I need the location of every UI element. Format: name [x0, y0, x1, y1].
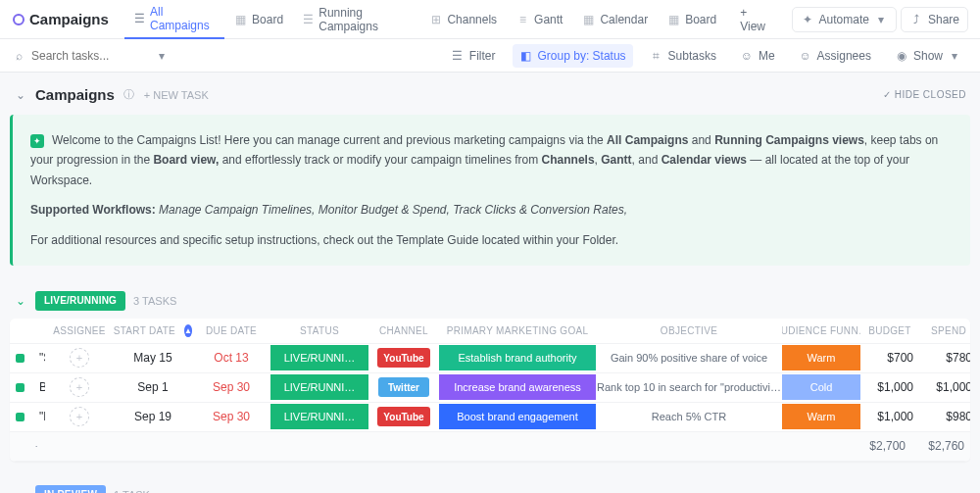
tab-icon: ☰: [303, 13, 314, 25]
subtasks-chip[interactable]: ⌗Subtasks: [643, 44, 723, 68]
task-row[interactable]: "Simple and Powerful" campaign+May 15Oct…: [10, 344, 970, 373]
group-icon: ◧: [519, 49, 533, 63]
task-title[interactable]: "Find joy" campaign ⚑ ⌗ 0/1: [33, 410, 45, 423]
goal-tag[interactable]: Boost brand engagement: [439, 404, 596, 429]
spend-cell[interactable]: $1,000: [919, 380, 970, 394]
budget-cell[interactable]: $1,000: [860, 410, 919, 423]
status-tag[interactable]: LIVE/RUNNI…: [270, 345, 368, 370]
chevron-down-icon: ▾: [948, 49, 961, 63]
spend-cell[interactable]: $780: [919, 351, 970, 365]
collapse-icon[interactable]: ⌄: [14, 88, 27, 102]
task-title[interactable]: Brand awareness campaign: [33, 380, 45, 394]
channel-badge[interactable]: Twitter: [378, 377, 429, 397]
status-tag[interactable]: LIVE/RUNNI…: [270, 404, 368, 429]
filter-chip[interactable]: ☰Filter: [444, 44, 503, 68]
funnel-tag[interactable]: Warm: [782, 404, 860, 429]
tab-board[interactable]: ▦Board: [658, 0, 726, 39]
funnel-tag[interactable]: Warm: [782, 345, 860, 370]
assignees-chip[interactable]: ☺Assignees: [792, 44, 878, 68]
show-chip[interactable]: ◉Show▾: [888, 44, 968, 68]
status-dot: [16, 413, 24, 421]
due-date[interactable]: Oct 13: [192, 351, 270, 365]
group-pill[interactable]: IN REVIEW: [35, 485, 106, 493]
budget-cell[interactable]: $700: [860, 351, 919, 365]
tab-icon: ≡: [516, 13, 529, 25]
start-date[interactable]: May 15: [114, 351, 192, 365]
filter-icon: ☰: [451, 49, 465, 63]
tab-running-campaigns[interactable]: ☰Running Campaigns: [293, 0, 419, 39]
tab-board[interactable]: ▦Board: [224, 0, 293, 39]
tab-calendar[interactable]: ▦Calendar: [572, 0, 658, 39]
search-input[interactable]: [31, 49, 149, 63]
group-count: 1 TASK: [114, 489, 150, 493]
col-start-date[interactable]: START DATE▲: [114, 324, 192, 337]
chevron-down-icon[interactable]: ▾: [155, 49, 169, 63]
goal-tag[interactable]: Establish brand authority: [439, 345, 596, 370]
col-budget[interactable]: BUDGET: [860, 325, 919, 336]
filter-bar: ⌕ ▾ ☰Filter ◧Group by: Status ⌗Subtasks …: [0, 39, 980, 73]
assignee-avatar[interactable]: +: [70, 377, 89, 397]
group-by-chip[interactable]: ◧Group by: Status: [513, 44, 633, 68]
people-icon: ☺: [799, 49, 812, 63]
funnel-tag[interactable]: Cold: [782, 374, 860, 400]
col-spend[interactable]: SPEND: [919, 325, 970, 336]
search-icon: ⌕: [12, 49, 25, 63]
tab-all-campaigns[interactable]: ☰All Campaigns: [124, 0, 224, 39]
col-due-date[interactable]: DUE DATE: [192, 325, 270, 336]
tab-icon: ▦: [234, 13, 247, 25]
col-status[interactable]: STATUS: [270, 325, 368, 336]
search-container: ⌕ ▾: [12, 49, 188, 63]
spend-sum: $2,760: [911, 439, 970, 453]
list-icon: [12, 13, 25, 26]
page-title: Campaigns: [29, 11, 109, 27]
sort-icon[interactable]: ▲: [184, 324, 192, 337]
info-icon[interactable]: ⓘ: [122, 88, 136, 102]
chevron-down-icon: ▾: [874, 13, 888, 26]
top-tab-bar: Campaigns ☰All Campaigns▦Board☰Running C…: [0, 0, 980, 39]
new-task-header[interactable]: + NEW TASK: [144, 89, 209, 101]
group-pill[interactable]: LIVE/RUNNING: [35, 291, 125, 311]
new-task-link[interactable]: + New task: [16, 434, 37, 458]
task-row[interactable]: Brand awareness campaign+Sep 1Sep 30LIVE…: [10, 373, 970, 403]
spend-cell[interactable]: $980: [919, 410, 970, 423]
start-date[interactable]: Sep 1: [114, 380, 192, 394]
col-assignee[interactable]: ASSIGNEE: [45, 325, 114, 336]
channel-badge[interactable]: YouTube: [377, 407, 429, 426]
tab-icon: ▦: [667, 13, 680, 25]
col-channel[interactable]: CHANNEL: [368, 325, 439, 336]
start-date[interactable]: Sep 19: [114, 410, 192, 423]
tab-channels[interactable]: ⊞Channels: [419, 0, 507, 39]
objective-cell[interactable]: Reach 5% CTR: [596, 411, 782, 422]
col-funnel[interactable]: AUDIENCE FUNN…: [782, 325, 860, 336]
svg-point-0: [14, 15, 24, 25]
automate-button[interactable]: ✦ Automate ▾: [792, 7, 897, 32]
assignee-avatar[interactable]: +: [70, 407, 89, 426]
task-row[interactable]: "Find joy" campaign ⚑ ⌗ 0/1+Sep 19Sep 30…: [10, 403, 970, 432]
budget-sum: $2,700: [853, 439, 911, 453]
add-view-tab[interactable]: + View: [730, 0, 783, 39]
col-objective[interactable]: OBJECTIVE: [596, 325, 782, 336]
eye-icon: ◉: [895, 49, 908, 63]
welcome-banner: ✦Welcome to the Campaigns List! Here you…: [10, 115, 970, 266]
channel-badge[interactable]: YouTube: [377, 348, 429, 368]
due-date[interactable]: Sep 30: [192, 380, 270, 394]
budget-cell[interactable]: $1,000: [860, 380, 919, 394]
collapse-icon[interactable]: ⌄: [14, 294, 27, 308]
tab-gantt[interactable]: ≡Gantt: [507, 0, 572, 39]
due-date[interactable]: Sep 30: [192, 410, 270, 423]
assignee-avatar[interactable]: +: [70, 348, 89, 368]
section-title: Campaigns: [35, 86, 115, 103]
objective-cell[interactable]: Rank top 10 in search for "productivi…: [596, 381, 782, 393]
col-goal[interactable]: PRIMARY MARKETING GOAL: [439, 325, 596, 336]
objective-cell[interactable]: Gain 90% positive share of voice: [596, 352, 782, 364]
subtasks-icon: ⌗: [650, 49, 663, 63]
task-title[interactable]: "Simple and Powerful" campaign: [33, 351, 45, 365]
status-tag[interactable]: LIVE/RUNNI…: [270, 374, 368, 400]
share-button[interactable]: ⤴ Share: [901, 7, 968, 32]
goal-tag[interactable]: Increase brand awareness: [439, 374, 596, 400]
page-header: ⌄ Campaigns ⓘ + NEW TASK ✓ HIDE CLOSED: [10, 80, 970, 109]
tab-icon: ▦: [582, 13, 595, 25]
collapse-icon[interactable]: ⌄: [14, 488, 27, 493]
hide-closed[interactable]: ✓ HIDE CLOSED: [883, 89, 966, 100]
me-chip[interactable]: ☺Me: [733, 44, 782, 68]
